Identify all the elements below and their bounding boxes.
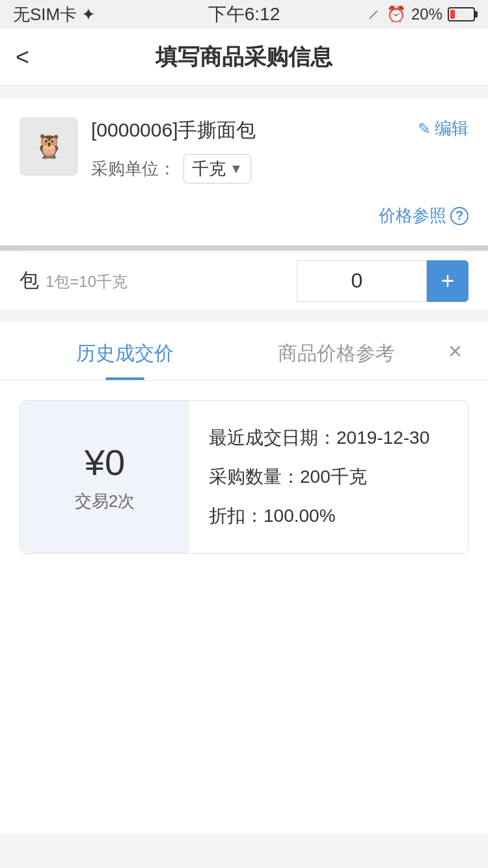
last-date-row: 最近成交日期：2019-12-30: [209, 424, 448, 452]
status-right: ⟋ ⏰ 20%: [366, 5, 475, 23]
unit-label: 采购单位：: [91, 157, 176, 180]
bottom-area: [0, 573, 488, 834]
transaction-details: 最近成交日期：2019-12-30 采购数量：200千克 折扣：100.00%: [189, 401, 468, 553]
quantity-input-area: +: [297, 260, 468, 302]
separator: [0, 245, 488, 251]
product-thumbnail: 🦉: [20, 117, 78, 176]
edit-icon: ✎: [418, 120, 431, 138]
status-left: 无SIM卡 ✦: [13, 3, 96, 26]
price-value: 0: [105, 442, 125, 483]
discount-label: 折扣：: [209, 506, 264, 526]
status-time: 下午6:12: [208, 2, 280, 27]
quantity-row: 包 1包=10千克 +: [20, 252, 468, 309]
price-ref-label: 价格参照: [379, 204, 446, 227]
battery-percent: 20%: [411, 5, 442, 23]
trade-count: 交易2次: [75, 490, 135, 513]
tab-product-price-ref[interactable]: 商品价格参考: [230, 322, 441, 380]
product-top-row: 🦉 [0000006]手撕面包 采购单位： 千克 ▼ ✎ 编辑: [20, 117, 468, 183]
location-icon: ⟋: [366, 5, 381, 23]
tab-close-button[interactable]: ×: [442, 331, 468, 372]
discount-value: 100.00%: [264, 506, 336, 526]
transaction-card: ¥0 交易2次 最近成交日期：2019-12-30 采购数量：200千克 折扣：…: [20, 400, 468, 554]
product-card: 🦉 [0000006]手撕面包 采购单位： 千克 ▼ ✎ 编辑 价格参照: [0, 99, 488, 245]
quantity-label-area: 包 1包=10千克: [20, 267, 128, 294]
carrier-text: 无SIM卡 ✦: [13, 3, 96, 26]
discount-row: 折扣：100.00%: [209, 502, 448, 530]
purchase-qty-value: 200千克: [300, 467, 367, 487]
last-date-value: 2019-12-30: [336, 427, 429, 448]
quantity-conversion-label: 1包=10千克: [46, 271, 128, 292]
tab-history-price[interactable]: 历史成交价: [20, 322, 230, 380]
purchase-qty-label: 采购数量：: [209, 467, 300, 487]
transaction-price-summary: ¥0 交易2次: [20, 401, 189, 553]
product-left: 🦉 [0000006]手撕面包 采购单位： 千克 ▼: [20, 117, 418, 183]
unit-row: 采购单位： 千克 ▼: [91, 154, 418, 183]
price-reference-button[interactable]: 价格参照 ?: [379, 204, 468, 227]
battery-icon: [448, 7, 475, 21]
edit-label: 编辑: [435, 117, 468, 140]
dropdown-arrow-icon: ▼: [230, 161, 243, 176]
tabs-header: 历史成交价 商品价格参考 ×: [0, 322, 488, 381]
status-bar: 无SIM卡 ✦ 下午6:12 ⟋ ⏰ 20%: [0, 0, 488, 29]
unit-value: 千克: [192, 157, 226, 180]
tab-product-price-ref-label: 商品价格参考: [278, 342, 395, 364]
quantity-unit-label: 包: [20, 267, 39, 294]
product-logo-icon: 🦉: [34, 133, 64, 160]
alarm-icon: ⏰: [386, 5, 406, 23]
edit-button[interactable]: ✎ 编辑: [418, 117, 468, 140]
quantity-plus-button[interactable]: +: [427, 260, 468, 302]
page-title: 填写商品采购信息: [156, 42, 332, 72]
currency-symbol: ¥: [85, 442, 105, 483]
transaction-price: ¥0: [85, 441, 125, 483]
tab-history-price-label: 历史成交价: [76, 342, 174, 364]
tab-content-area: ¥0 交易2次 最近成交日期：2019-12-30 采购数量：200千克 折扣：…: [0, 381, 488, 573]
quantity-section: 包 1包=10千克 +: [0, 252, 488, 309]
product-info: [0000006]手撕面包 采购单位： 千克 ▼: [91, 117, 418, 183]
tabs-panel: 历史成交价 商品价格参考 × ¥0 交易2次 最近成交日期：2019-12-30: [0, 322, 488, 573]
unit-select-dropdown[interactable]: 千克 ▼: [183, 154, 251, 183]
help-icon: ?: [450, 207, 468, 225]
quantity-input[interactable]: [297, 260, 427, 302]
back-button[interactable]: <: [16, 44, 29, 71]
page-header: < 填写商品采购信息: [0, 29, 488, 86]
last-date-label: 最近成交日期：: [209, 427, 336, 448]
purchase-qty-row: 采购数量：200千克: [209, 463, 448, 491]
product-name: [0000006]手撕面包: [91, 117, 418, 144]
